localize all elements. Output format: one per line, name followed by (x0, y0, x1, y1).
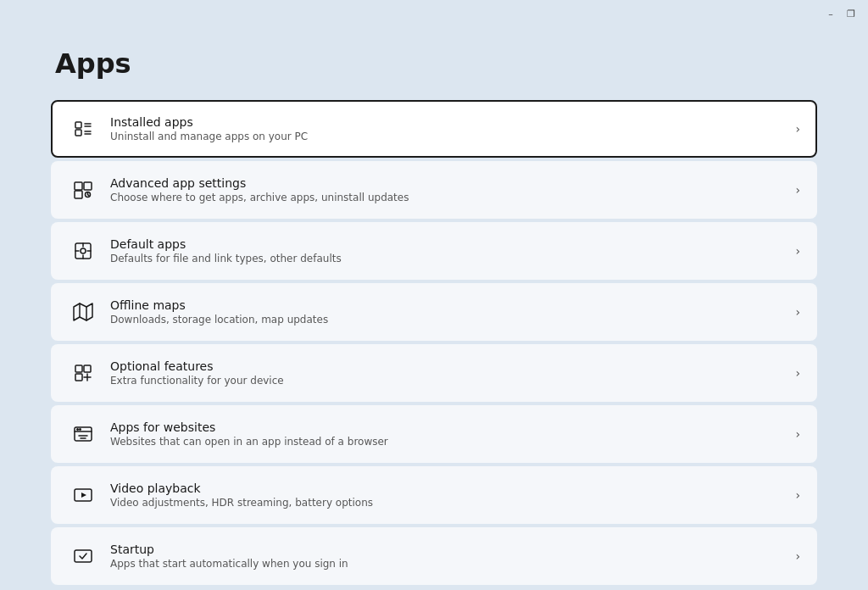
video-playback-icon (68, 480, 98, 510)
optional-features-title: Optional features (110, 359, 795, 373)
offline-maps-text: Offline maps Downloads, storage location… (110, 298, 795, 326)
svg-point-25 (80, 429, 81, 431)
title-bar: – ❐ (0, 0, 868, 27)
page-title: Apps (55, 47, 817, 80)
apps-for-websites-text: Apps for websites Websites that can open… (110, 420, 795, 448)
default-apps-icon (68, 236, 98, 266)
apps-for-websites-chevron: › (795, 427, 800, 441)
svg-rect-6 (75, 182, 82, 190)
apps-for-websites-subtitle: Websites that can open in an app instead… (110, 436, 795, 448)
optional-features-chevron: › (795, 366, 800, 380)
startup-item[interactable]: Startup Apps that start automatically wh… (51, 527, 817, 585)
startup-chevron: › (795, 549, 800, 563)
svg-point-13 (81, 248, 86, 253)
settings-window: – ❐ Apps Installed apps (0, 0, 868, 590)
default-apps-title: Default apps (110, 237, 795, 251)
restore-button[interactable]: ❐ (844, 7, 858, 20)
offline-maps-chevron: › (795, 305, 800, 319)
installed-apps-item[interactable]: Installed apps Uninstall and manage apps… (51, 100, 817, 158)
startup-icon (68, 541, 98, 571)
video-playback-text: Video playback Video adjustments, HDR st… (110, 481, 795, 509)
installed-apps-icon (68, 114, 98, 144)
optional-features-icon (68, 358, 98, 388)
installed-apps-subtitle: Uninstall and manage apps on your PC (110, 131, 795, 142)
video-playback-subtitle: Video adjustments, HDR streaming, batter… (110, 497, 795, 509)
settings-list: Installed apps Uninstall and manage apps… (51, 100, 817, 585)
optional-features-subtitle: Extra functionality for your device (110, 375, 795, 387)
advanced-app-settings-icon (68, 175, 98, 205)
offline-maps-title: Offline maps (110, 298, 795, 312)
advanced-app-settings-item[interactable]: Advanced app settings Choose where to ge… (51, 161, 817, 219)
startup-title: Startup (110, 543, 795, 556)
svg-rect-17 (75, 365, 82, 372)
installed-apps-text: Installed apps Uninstall and manage apps… (110, 115, 795, 142)
startup-subtitle: Apps that start automatically when you s… (110, 558, 795, 570)
svg-rect-19 (75, 374, 82, 381)
svg-marker-14 (74, 303, 92, 320)
svg-line-11 (88, 195, 90, 197)
svg-rect-1 (75, 130, 81, 136)
svg-rect-18 (84, 365, 91, 372)
minimize-button[interactable]: – (824, 7, 837, 20)
apps-for-websites-item[interactable]: Apps for websites Websites that can open… (51, 405, 817, 463)
optional-features-item[interactable]: Optional features Extra functionality fo… (51, 344, 817, 402)
offline-maps-icon (68, 297, 98, 327)
video-playback-chevron: › (795, 488, 800, 502)
advanced-app-settings-text: Advanced app settings Choose where to ge… (110, 176, 795, 203)
offline-maps-item[interactable]: Offline maps Downloads, storage location… (51, 283, 817, 341)
video-playback-item[interactable]: Video playback Video adjustments, HDR st… (51, 466, 817, 524)
advanced-app-settings-subtitle: Choose where to get apps, archive apps, … (110, 192, 795, 203)
default-apps-text: Default apps Defaults for file and link … (110, 237, 795, 264)
svg-rect-8 (75, 191, 82, 198)
apps-for-websites-title: Apps for websites (110, 420, 795, 434)
offline-maps-subtitle: Downloads, storage location, map updates (110, 314, 795, 326)
advanced-app-settings-title: Advanced app settings (110, 176, 795, 190)
apps-for-websites-icon (68, 419, 98, 449)
optional-features-text: Optional features Extra functionality fo… (110, 359, 795, 387)
video-playback-title: Video playback (110, 481, 795, 495)
installed-apps-chevron: › (795, 122, 800, 136)
svg-rect-7 (84, 182, 92, 190)
svg-rect-0 (75, 122, 81, 128)
startup-text: Startup Apps that start automatically wh… (110, 543, 795, 570)
default-apps-chevron: › (795, 244, 800, 258)
svg-point-24 (77, 429, 79, 431)
default-apps-subtitle: Defaults for file and link types, other … (110, 253, 795, 264)
svg-marker-29 (81, 493, 86, 498)
svg-rect-30 (75, 550, 92, 562)
installed-apps-title: Installed apps (110, 115, 795, 129)
default-apps-item[interactable]: Default apps Defaults for file and link … (51, 222, 817, 280)
main-content: Apps Installed apps Uninstall an (0, 27, 868, 590)
advanced-app-settings-chevron: › (795, 183, 800, 197)
